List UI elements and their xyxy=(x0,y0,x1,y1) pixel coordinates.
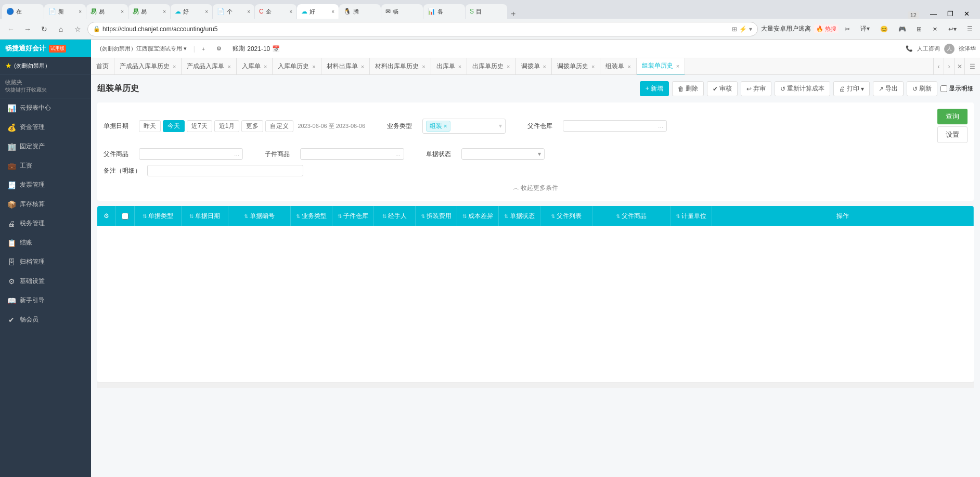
nav-tab-close-assemble[interactable]: × xyxy=(627,63,630,70)
browser-tab-9[interactable]: 🐧 腾 xyxy=(339,4,381,19)
nav-arrow-left[interactable]: ‹ xyxy=(933,58,944,75)
reload-btn[interactable]: ↻ xyxy=(37,22,51,36)
th-date[interactable]: ⇅ 单据日期 xyxy=(182,206,228,226)
sidebar-item-salary[interactable]: 💼 工资 xyxy=(0,156,91,175)
game-icon[interactable]: 🎮 xyxy=(895,24,909,34)
nav-tab-allot-hist[interactable]: 调拨单历史 × xyxy=(552,58,600,75)
add-btn[interactable]: + 新增 xyxy=(640,81,669,96)
filter-settings-btn[interactable]: 设置 xyxy=(937,126,968,143)
nav-tab-prod-in[interactable]: 产成品入库单 × xyxy=(182,58,236,75)
nav-tab-mat-out[interactable]: 材料出库单 × xyxy=(321,58,370,75)
biz-type-filter-input[interactable]: 组装 × ▾ xyxy=(422,119,506,134)
grid-icon[interactable]: ⊞ xyxy=(913,24,925,34)
browser-tab-10[interactable]: ✉ 畅 xyxy=(381,4,423,19)
calendar-icon[interactable]: 📅 xyxy=(272,45,280,53)
filter-collapse-btn[interactable]: ︿ 收起更多条件 xyxy=(104,182,968,195)
nav-tab-close-allot[interactable]: × xyxy=(543,63,546,70)
nav-tab-out-order[interactable]: 出库单 × xyxy=(431,58,467,75)
address-chevron-icon[interactable]: ▾ xyxy=(749,25,752,33)
parent-wh-ellipsis[interactable]: ... xyxy=(658,122,663,130)
company-selector[interactable]: (勿删勿禁用）江西服宝测试专用 ▾ xyxy=(95,42,191,55)
nav-tab-close-assemble-hist[interactable]: × xyxy=(676,63,679,69)
sidebar-item-fixed-assets[interactable]: 🏢 固定资产 xyxy=(0,137,91,156)
nav-tab-in-order[interactable]: 入库单 × xyxy=(237,58,273,75)
sidebar-company[interactable]: ★ (勿删勿禁用） xyxy=(0,57,91,74)
th-checkbox-input[interactable] xyxy=(122,213,128,220)
nav-tab-close-in-hist[interactable]: × xyxy=(312,63,315,70)
parent-goods-filter-input[interactable]: ... xyxy=(139,148,243,160)
order-status-filter-select[interactable]: ▾ xyxy=(461,148,545,160)
browser-tab-11[interactable]: 📊 各 xyxy=(423,4,465,19)
sidebar-item-settings[interactable]: ⚙ 基础设置 xyxy=(0,272,91,291)
nav-tab-assemble[interactable]: 组装单 × xyxy=(600,58,636,75)
nav-tab-close-mat-out[interactable]: × xyxy=(361,63,364,70)
show-detail-checkbox[interactable] xyxy=(940,85,947,92)
th-disassemble-fee[interactable]: ⇅ 拆装费用 xyxy=(416,206,457,226)
child-goods-filter-input[interactable]: ... xyxy=(300,148,404,160)
parent-wh-filter-input[interactable]: ... xyxy=(563,120,667,132)
date-btn-more[interactable]: 更多 xyxy=(241,120,263,132)
hot-tag[interactable]: 🔥 热搜 xyxy=(814,24,839,33)
th-checkbox[interactable] xyxy=(116,206,135,226)
child-goods-ellipsis[interactable]: ... xyxy=(395,150,401,158)
delete-btn[interactable]: 🗑 删除 xyxy=(672,81,704,96)
show-detail-checkbox-label[interactable]: 显示明细 xyxy=(940,84,974,93)
new-tab-btn[interactable]: + xyxy=(508,9,519,19)
note-filter-input[interactable] xyxy=(147,165,303,176)
print-btn[interactable]: 🖨 打印 ▾ xyxy=(833,81,870,96)
nav-tab-close-out-hist[interactable]: × xyxy=(507,63,510,70)
browser-tab-3[interactable]: 易 易 × xyxy=(86,4,128,19)
bookmark-btn[interactable]: ☆ xyxy=(71,22,84,36)
nav-tab-close-prod-in-hist[interactable]: × xyxy=(173,63,176,70)
sidebar-item-settlement[interactable]: 📋 结账 xyxy=(0,233,91,252)
child-goods-input[interactable] xyxy=(304,150,395,158)
date-btn-custom[interactable]: 自定义 xyxy=(265,120,293,132)
date-btn-7days[interactable]: 近7天 xyxy=(187,120,212,132)
address-bar[interactable]: 🔒 https://cloud.chanjet.com/accounting/u… xyxy=(87,22,758,36)
nav-tab-close-allot-hist[interactable]: × xyxy=(591,63,595,70)
nav-tab-allot[interactable]: 调拨单 × xyxy=(516,58,552,75)
th-settings[interactable]: ⚙ xyxy=(97,206,116,226)
nav-tab-home[interactable]: 首页 xyxy=(91,58,114,75)
help-label[interactable]: 人工咨询 xyxy=(917,45,940,53)
th-no[interactable]: ⇅ 单据编号 xyxy=(228,206,291,226)
th-cost-diff[interactable]: ⇅ 成本差异 xyxy=(457,206,499,226)
browser-tab-8[interactable]: ☁ 好 × xyxy=(297,4,339,19)
scrollbar-area[interactable] xyxy=(97,382,974,388)
date-btn-1month[interactable]: 近1月 xyxy=(214,120,240,132)
browser-tab-1[interactable]: 🔵 在 xyxy=(2,4,44,19)
browser-tab-7[interactable]: C 企 × xyxy=(255,4,296,19)
th-type[interactable]: ⇅ 单据类型 xyxy=(135,206,182,226)
forward-btn[interactable]: → xyxy=(21,22,34,36)
th-biz-type[interactable]: ⇅ 业务类型 xyxy=(291,206,332,226)
browser-tab-2[interactable]: 📄 新 × xyxy=(44,4,86,19)
date-btn-today[interactable]: 今天 xyxy=(163,120,185,132)
export-btn[interactable]: ↗ 导出 xyxy=(873,81,904,96)
undo-icon[interactable]: ↩▾ xyxy=(945,24,960,34)
th-handler[interactable]: ⇅ 经手人 xyxy=(374,206,416,226)
sidebar-item-invoice[interactable]: 🧾 发票管理 xyxy=(0,175,91,195)
sidebar-item-reports[interactable]: 📊 云报表中心 xyxy=(0,98,91,118)
refresh-btn[interactable]: ↺ 刷新 xyxy=(907,81,937,96)
nav-tab-assemble-hist[interactable]: 组装单历史 × xyxy=(637,58,685,75)
query-btn[interactable]: 查询 xyxy=(937,109,968,124)
nav-arrow-right[interactable]: › xyxy=(944,58,954,75)
th-child-wh[interactable]: ⇅ 子件仓库 xyxy=(332,206,374,226)
scissors-icon[interactable]: ✂ xyxy=(842,24,853,34)
browser-tab-6[interactable]: 📄 个 × xyxy=(213,4,254,19)
home-btn[interactable]: ⌂ xyxy=(54,22,68,36)
nav-tab-close-out-order[interactable]: × xyxy=(458,63,461,70)
note-input[interactable] xyxy=(151,167,300,174)
nav-tab-close-mat-out-hist[interactable]: × xyxy=(422,63,425,70)
nav-tab-out-hist[interactable]: 出库单历史 × xyxy=(467,58,515,75)
minimize-btn[interactable]: — xyxy=(926,9,941,19)
sidebar-favorites[interactable]: 收藏夹 快捷键打开收藏夹 xyxy=(0,74,91,98)
nav-tab-mat-out-hist[interactable]: 材料出库单历史 × xyxy=(370,58,431,75)
parent-goods-ellipsis[interactable]: ... xyxy=(234,150,239,158)
audit-btn[interactable]: ✔ 审核 xyxy=(707,81,738,96)
parent-wh-input[interactable] xyxy=(566,122,658,130)
sidebar-item-tax[interactable]: 🖨 税务管理 xyxy=(0,214,91,233)
brightness-icon[interactable]: ☀ xyxy=(929,24,941,34)
close-btn[interactable]: ✕ xyxy=(960,9,974,19)
sidebar-item-member[interactable]: ✔ 畅会员 xyxy=(0,310,91,329)
